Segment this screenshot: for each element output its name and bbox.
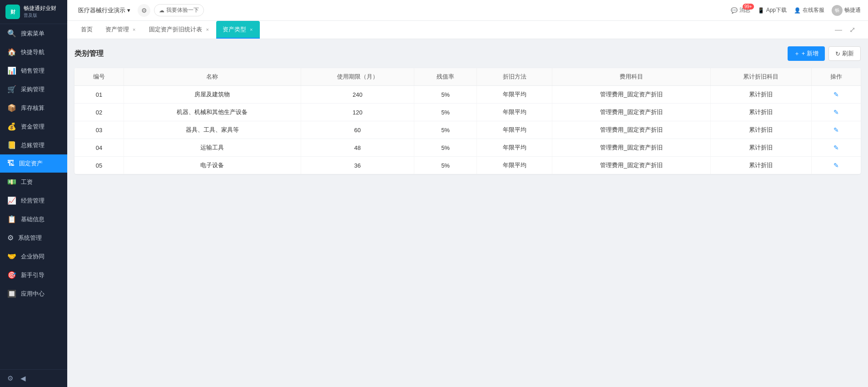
tab-close-asset_mgmt[interactable]: × [132,26,136,33]
tab-minimize-button[interactable]: — [833,25,844,35]
module-selector[interactable]: 医疗器械行业演示 ▾ [74,5,134,16]
refresh-button[interactable]: ↻ 刷新 [828,46,861,61]
tab-close-asset_type[interactable]: × [249,26,253,33]
cell-expense-subject: 管理费用_固定资产折旧 [552,104,710,121]
chevron-down-icon: ▾ [127,7,130,14]
cell-period: 60 [301,121,414,139]
sidebar-collapse-icon[interactable]: ◀ [20,374,26,382]
sidebar-icon-ledger: 📒 [7,141,16,149]
message-action[interactable]: 💬 消息 99+ [731,6,750,14]
app-edition: 普及版 [24,12,56,19]
table-row: 05 电子设备 36 5% 年限平均 管理费用_固定资产折旧 累计折旧 ✎ [74,157,861,174]
support-action[interactable]: 👤 在线客服 [794,6,824,14]
sidebar-item-operations[interactable]: 📈经营管理 [0,191,67,210]
tab-asset_type[interactable]: 资产类型× [216,21,260,39]
module-name: 医疗器械行业演示 [78,6,125,15]
sidebar-label-appcenter: 应用中心 [21,290,45,298]
cell-action[interactable]: ✎ [811,139,861,157]
logo-icon: 财 [5,5,20,19]
sidebar-icon-cooperation: 🤝 [7,252,16,261]
table-row: 02 机器、机械和其他生产设备 120 5% 年限平均 管理费用_固定资产折旧 … [74,104,861,121]
sidebar-nav: 🔍搜索菜单🏠快捷导航📊销售管理🛒采购管理📦库存核算💰资金管理📒总账管理🏗固定资产… [0,24,67,369]
cell-period: 48 [301,139,414,157]
sidebar-item-cooperation[interactable]: 🤝企业协同 [0,247,67,266]
user-profile[interactable]: 畅 畅捷通 [832,5,861,16]
table-header-row: 编号 名称 使用期限（月） 残值率 折旧方法 费用科目 累计折旧科目 操作 [74,68,861,86]
sidebar-label-cooperation: 企业协同 [21,253,45,261]
cell-name: 器具、工具、家具等 [124,121,301,139]
tabbar: 首页资产管理×固定资产折旧统计表×资产类型× — ⤢ [67,21,868,39]
sidebar-item-sales[interactable]: 📊销售管理 [0,61,67,80]
cell-residual: 5% [414,139,477,157]
sidebar-item-system[interactable]: ⚙系统管理 [0,228,67,247]
cell-action[interactable]: ✎ [811,104,861,121]
sidebar-item-fixed[interactable]: 🏗固定资产 [0,154,67,173]
sidebar-label-quicknav: 快捷导航 [21,48,45,56]
sidebar-item-search[interactable]: 🔍搜索菜单 [0,24,67,43]
tab-home[interactable]: 首页 [74,21,99,39]
tab-asset_mgmt[interactable]: 资产管理× [99,21,143,39]
sidebar-icon-payroll: 💵 [7,178,16,186]
sidebar-item-ledger[interactable]: 📒总账管理 [0,136,67,154]
cell-accu-subject: 累计折旧 [711,104,812,121]
edit-icon[interactable]: ✎ [833,109,839,116]
sidebar-item-inventory[interactable]: 📦库存核算 [0,99,67,117]
app-download-action[interactable]: 📱 App下载 [758,6,787,14]
cell-action[interactable]: ✎ [811,86,861,104]
cell-code: 05 [74,157,124,174]
cell-name: 机器、机械和其他生产设备 [124,104,301,121]
edit-icon[interactable]: ✎ [833,144,839,151]
action-buttons: ＋ + 新增 ↻ 刷新 [788,46,861,61]
sidebar-item-guide[interactable]: 🎯新手引导 [0,266,67,284]
support-icon: 👤 [794,7,801,14]
col-header-action: 操作 [811,68,861,86]
cell-residual: 5% [414,121,477,139]
sidebar-label-inventory: 库存核算 [21,104,45,112]
app-name: 畅捷通好业财 [24,5,56,12]
sidebar-settings-icon[interactable]: ⚙ [7,374,13,382]
edit-icon[interactable]: ✎ [833,91,839,98]
cell-method: 年限平均 [477,121,552,139]
module-settings-button[interactable]: ⚙ [138,4,150,17]
sidebar-item-quicknav[interactable]: 🏠快捷导航 [0,43,67,61]
cell-code: 02 [74,104,124,121]
cloud-icon: ☁ [159,7,164,14]
cell-action[interactable]: ✎ [811,121,861,139]
col-header-method: 折旧方法 [477,68,552,86]
plus-icon: ＋ [794,50,800,58]
sidebar-label-system: 系统管理 [18,234,42,242]
sidebar-item-purchase[interactable]: 🛒采购管理 [0,80,67,99]
cell-method: 年限平均 [477,104,552,121]
page-content: 类别管理 ＋ + 新增 ↻ 刷新 编号 名称 使用期限（月） 残值率 [67,39,868,387]
tab-depreciation_table[interactable]: 固定资产折旧统计表× [143,21,216,39]
tab-label-home: 首页 [81,25,93,34]
sidebar-item-appcenter[interactable]: 🔲应用中心 [0,284,67,303]
cell-name: 房屋及建筑物 [124,86,301,104]
edit-icon[interactable]: ✎ [833,162,839,169]
refresh-icon: ↻ [835,50,840,57]
sidebar-label-ledger: 总账管理 [21,141,45,149]
table-row: 03 器具、工具、家具等 60 5% 年限平均 管理费用_固定资产折旧 累计折旧… [74,121,861,139]
sidebar-bottom: ⚙ ◀ [0,369,67,387]
new-button[interactable]: ＋ + 新增 [788,46,825,61]
sidebar-icon-capital: 💰 [7,122,16,131]
sidebar-icon-quicknav: 🏠 [7,48,16,56]
sidebar-item-capital[interactable]: 💰资金管理 [0,117,67,136]
tab-close-depreciation_table[interactable]: × [205,26,209,33]
sidebar-item-payroll[interactable]: 💵工资 [0,173,67,191]
sidebar-icon-sales: 📊 [7,66,16,75]
app-logo: 财 畅捷通好业财 普及版 [0,0,67,24]
cell-residual: 5% [414,157,477,174]
cell-accu-subject: 累计折旧 [711,121,812,139]
tab-expand-button[interactable]: ⤢ [848,25,857,35]
sidebar-label-basicinfo: 基础信息 [21,215,45,223]
edit-icon[interactable]: ✎ [833,126,839,134]
cell-action[interactable]: ✎ [811,157,861,174]
cell-method: 年限平均 [477,86,552,104]
cell-period: 120 [301,104,414,121]
sidebar-item-basicinfo[interactable]: 📋基础信息 [0,210,67,228]
experience-button[interactable]: ☁ 我要体验一下 [154,4,204,16]
sidebar-icon-fixed: 🏗 [7,159,15,168]
tab-controls: — ⤢ [829,21,861,39]
cell-code: 03 [74,121,124,139]
